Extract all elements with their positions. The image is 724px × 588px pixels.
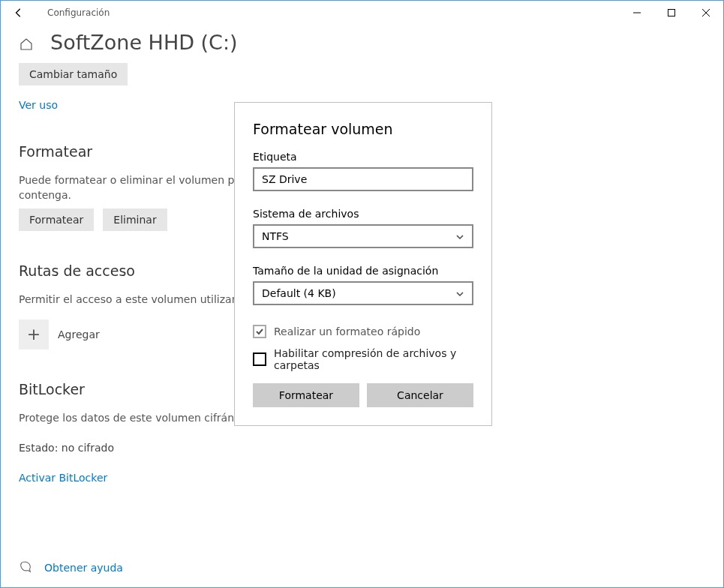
bitlocker-state: Estado: no cifrado	[19, 442, 409, 454]
titlebar: Configuración	[1, 1, 723, 25]
filesystem-select[interactable]: NTFS	[253, 224, 473, 248]
add-path-button[interactable]: +	[19, 320, 49, 350]
chevron-down-icon	[455, 232, 464, 241]
add-path-label: Agregar	[58, 328, 100, 340]
change-size-button[interactable]: Cambiar tamaño	[19, 63, 128, 86]
compression-label: Habilitar compresión de archivos y carpe…	[274, 347, 473, 371]
label-field-label: Etiqueta	[253, 151, 473, 163]
allocation-select[interactable]: Default (4 KB)	[253, 281, 473, 305]
get-help-link[interactable]: Obtener ayuda	[44, 562, 123, 574]
compression-checkbox[interactable]	[253, 352, 266, 366]
maximize-button[interactable]	[654, 1, 689, 25]
chevron-down-icon	[455, 289, 464, 298]
activate-bitlocker-link[interactable]: Activar BitLocker	[19, 472, 107, 484]
dialog-format-button[interactable]: Formatear	[253, 383, 359, 407]
help-icon	[19, 560, 34, 575]
alloc-field-label: Tamaño de la unidad de asignación	[253, 265, 473, 277]
label-input[interactable]	[253, 167, 473, 191]
page-title: SoftZone HHD (C:)	[50, 31, 238, 54]
back-button[interactable]	[10, 4, 28, 22]
home-icon[interactable]	[19, 37, 35, 53]
minimize-button[interactable]	[620, 1, 654, 25]
fs-field-label: Sistema de archivos	[253, 208, 473, 220]
window-title: Configuración	[47, 8, 110, 18]
delete-button[interactable]: Eliminar	[103, 208, 167, 231]
dialog-title: Formatear volumen	[253, 121, 473, 137]
see-usage-link[interactable]: Ver uso	[19, 99, 58, 111]
quick-format-label: Realizar un formateo rápido	[274, 326, 420, 338]
close-button[interactable]	[689, 1, 723, 25]
format-button[interactable]: Formatear	[19, 208, 94, 231]
quick-format-checkbox[interactable]	[253, 325, 266, 338]
svg-rect-0	[668, 10, 675, 16]
window-controls	[620, 1, 723, 25]
dialog-cancel-button[interactable]: Cancelar	[367, 383, 473, 407]
filesystem-value: NTFS	[262, 230, 289, 242]
format-volume-dialog: Formatear volumen Etiqueta Sistema de ar…	[234, 102, 492, 426]
allocation-value: Default (4 KB)	[262, 287, 336, 299]
